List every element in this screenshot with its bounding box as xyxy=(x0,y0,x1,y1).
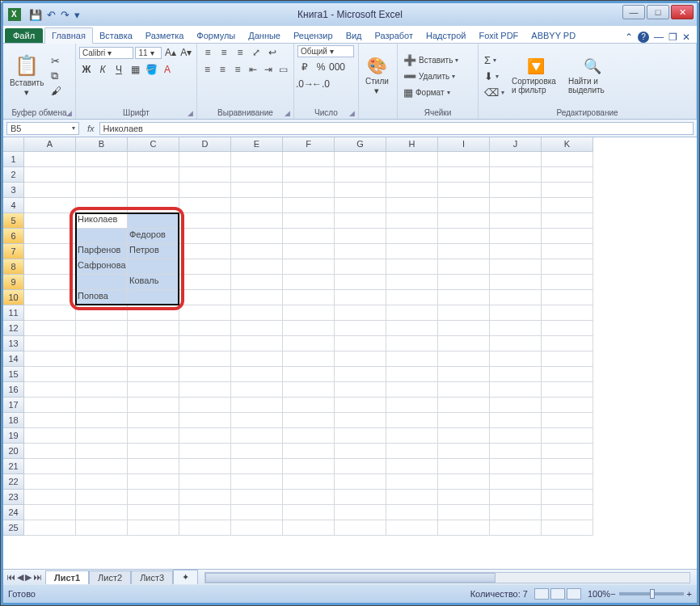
cell[interactable] xyxy=(231,428,283,444)
sheet-nav-first-icon[interactable]: ⏮ xyxy=(6,572,15,583)
cell[interactable] xyxy=(386,275,438,290)
cell[interactable] xyxy=(76,382,128,398)
zoom-in-button[interactable]: + xyxy=(687,589,692,599)
cell[interactable] xyxy=(128,398,179,413)
cell[interactable] xyxy=(128,198,179,213)
cell[interactable] xyxy=(490,152,542,167)
cell[interactable] xyxy=(386,444,438,459)
cell[interactable] xyxy=(386,505,438,520)
row-header[interactable]: 23 xyxy=(3,490,24,505)
cell[interactable] xyxy=(24,213,76,229)
cell[interactable]: Николаев xyxy=(76,213,128,229)
cell[interactable] xyxy=(128,259,179,275)
sheet-tab[interactable]: Лист2 xyxy=(89,570,131,584)
cell[interactable] xyxy=(438,259,490,275)
tab-layout[interactable]: Разметка xyxy=(139,28,191,43)
cell[interactable] xyxy=(283,167,335,183)
paste-button[interactable]: 📋 Вставить ▾ xyxy=(6,51,47,101)
row-header[interactable]: 3 xyxy=(3,183,24,198)
cell[interactable] xyxy=(335,428,386,444)
currency-button[interactable]: ₽ xyxy=(297,60,312,74)
cell[interactable] xyxy=(231,398,283,413)
cell[interactable] xyxy=(128,459,179,474)
increase-indent-button[interactable]: ⇥ xyxy=(261,62,275,77)
cell[interactable]: Попова xyxy=(76,290,128,305)
cell[interactable] xyxy=(335,167,386,183)
cell[interactable] xyxy=(283,490,335,505)
styles-button[interactable]: 🎨 Стили ▾ xyxy=(362,53,392,99)
cell[interactable] xyxy=(231,305,283,321)
cell[interactable] xyxy=(335,520,386,536)
cell[interactable] xyxy=(283,351,335,367)
cell[interactable] xyxy=(542,259,593,275)
cell[interactable]: Петров xyxy=(128,244,179,259)
cell[interactable] xyxy=(76,413,128,428)
cell[interactable] xyxy=(438,183,490,198)
cell[interactable] xyxy=(490,459,542,474)
formula-input[interactable]: Николаев xyxy=(99,122,694,135)
cell[interactable] xyxy=(438,428,490,444)
increase-decimal-button[interactable]: .0→ xyxy=(297,77,312,91)
cell[interactable] xyxy=(490,382,542,398)
copy-button[interactable]: ⧉ xyxy=(48,69,64,83)
cell[interactable] xyxy=(542,244,593,259)
cell[interactable] xyxy=(438,444,490,459)
cell[interactable] xyxy=(231,183,283,198)
cell[interactable] xyxy=(231,259,283,275)
cell[interactable] xyxy=(128,474,179,490)
cell[interactable] xyxy=(179,167,231,183)
cell[interactable] xyxy=(542,198,593,213)
cell[interactable] xyxy=(76,459,128,474)
cell[interactable] xyxy=(24,244,76,259)
cell[interactable] xyxy=(76,198,128,213)
column-header[interactable]: I xyxy=(438,137,490,152)
cell[interactable] xyxy=(24,152,76,167)
cell[interactable] xyxy=(24,520,76,536)
column-header[interactable]: G xyxy=(335,137,386,152)
cell[interactable] xyxy=(24,336,76,351)
cell[interactable] xyxy=(283,336,335,351)
cell[interactable] xyxy=(24,351,76,367)
cell[interactable] xyxy=(438,336,490,351)
find-select-button[interactable]: 🔍 Найти и выделить xyxy=(565,54,620,98)
cell[interactable] xyxy=(128,183,179,198)
sheet-tab[interactable]: Лист3 xyxy=(131,570,173,584)
cell[interactable] xyxy=(283,474,335,490)
sheet-nav-last-icon[interactable]: ⏭ xyxy=(33,572,42,583)
cell[interactable] xyxy=(386,398,438,413)
cell[interactable] xyxy=(283,505,335,520)
cell[interactable] xyxy=(179,336,231,351)
tab-developer[interactable]: Разработ xyxy=(369,28,420,43)
cell[interactable]: Федоров xyxy=(128,229,179,244)
cell[interactable] xyxy=(179,459,231,474)
cell[interactable] xyxy=(542,213,593,229)
cell[interactable]: Сафронова xyxy=(76,259,128,275)
cell[interactable] xyxy=(76,367,128,382)
cell[interactable] xyxy=(335,459,386,474)
align-center-button[interactable]: ≡ xyxy=(216,62,230,77)
cell[interactable] xyxy=(335,351,386,367)
cut-button[interactable]: ✂ xyxy=(48,54,64,68)
cell[interactable] xyxy=(179,183,231,198)
cell[interactable] xyxy=(179,382,231,398)
cell[interactable] xyxy=(490,398,542,413)
qat-dropdown-icon[interactable]: ▾ xyxy=(74,9,80,21)
percent-button[interactable]: % xyxy=(314,60,328,74)
minimize-button[interactable]: — xyxy=(622,5,645,19)
row-header[interactable]: 14 xyxy=(3,351,24,367)
new-sheet-button[interactable]: ✦ xyxy=(173,570,198,584)
cell[interactable] xyxy=(490,367,542,382)
tab-insert[interactable]: Вставка xyxy=(93,28,139,43)
cell[interactable] xyxy=(283,183,335,198)
cell[interactable] xyxy=(24,459,76,474)
cell[interactable] xyxy=(386,183,438,198)
dialog-launcher-icon[interactable]: ◢ xyxy=(66,109,72,117)
cell[interactable] xyxy=(438,198,490,213)
row-header[interactable]: 18 xyxy=(3,413,24,428)
cell[interactable] xyxy=(542,520,593,536)
decrease-decimal-button[interactable]: ←.0 xyxy=(314,77,328,91)
row-header[interactable]: 12 xyxy=(3,321,24,336)
cell[interactable] xyxy=(24,167,76,183)
cell[interactable] xyxy=(283,520,335,536)
cell[interactable] xyxy=(128,167,179,183)
